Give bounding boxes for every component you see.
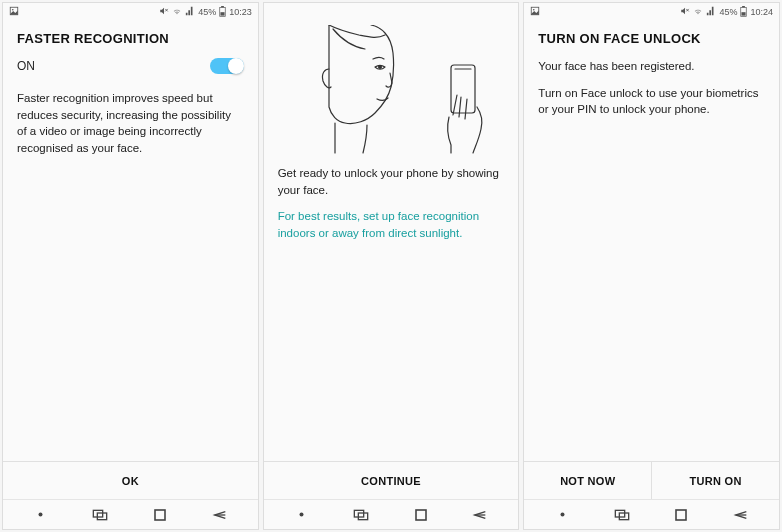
back-icon[interactable]: [469, 504, 491, 526]
image-icon: [530, 6, 540, 18]
navigation-bar: [264, 499, 519, 529]
wifi-icon: [693, 6, 703, 18]
page-title: FASTER RECOGNITION: [17, 31, 244, 46]
mute-icon: [680, 6, 690, 18]
signal-icon: [706, 6, 716, 18]
wifi-icon: [172, 6, 182, 18]
toggle-knob: [228, 58, 244, 74]
instruction-text: Get ready to unlock your phone by showin…: [278, 165, 505, 198]
toggle-row: ON: [17, 58, 244, 74]
svg-point-7: [39, 513, 43, 517]
description-text: Faster recognition improves speed but re…: [17, 90, 244, 157]
bottom-bar: NOT NOW TURN ON: [524, 461, 779, 499]
svg-point-12: [379, 66, 382, 69]
content-area: Get ready to unlock your phone by showin…: [264, 21, 519, 461]
svg-rect-30: [676, 510, 686, 520]
navigation-bar: [524, 499, 779, 529]
svg-rect-25: [743, 6, 746, 7]
content-area: TURN ON FACE UNLOCK Your face has been r…: [524, 21, 779, 461]
svg-point-15: [300, 513, 304, 517]
navigation-bar: [3, 499, 258, 529]
svg-rect-5: [221, 6, 224, 7]
battery-text: 45%: [719, 7, 737, 17]
screen-turn-on-face-unlock: 45% 10:24 TURN ON FACE UNLOCK Your face …: [523, 2, 780, 530]
statusbar: 45% 10:23: [3, 3, 258, 21]
ok-button[interactable]: OK: [3, 462, 258, 499]
mute-icon: [159, 6, 169, 18]
screen-faster-recognition: 45% 10:23 FASTER RECOGNITION ON Faster r…: [2, 2, 259, 530]
svg-rect-18: [416, 510, 426, 520]
home-icon[interactable]: [149, 504, 171, 526]
time-text: 10:23: [229, 7, 252, 17]
statusbar: [264, 3, 519, 21]
explain-text: Turn on Face unlock to use your biometri…: [538, 85, 765, 118]
content-area: FASTER RECOGNITION ON Faster recognition…: [3, 21, 258, 461]
back-icon[interactable]: [209, 504, 231, 526]
battery-icon: [740, 6, 747, 19]
image-icon: [9, 6, 19, 18]
nav-dot-icon[interactable]: [30, 504, 52, 526]
tip-text: For best results, set up face recognitio…: [278, 208, 505, 241]
svg-rect-6: [221, 12, 225, 15]
recents-icon[interactable]: [89, 504, 111, 526]
svg-rect-26: [742, 12, 746, 15]
back-icon[interactable]: [730, 504, 752, 526]
continue-button[interactable]: CONTINUE: [264, 462, 519, 499]
svg-point-27: [560, 513, 564, 517]
nav-dot-icon[interactable]: [551, 504, 573, 526]
svg-rect-10: [155, 510, 165, 520]
statusbar: 45% 10:24: [524, 3, 779, 21]
page-title: TURN ON FACE UNLOCK: [538, 31, 765, 46]
svg-point-21: [533, 9, 535, 11]
signal-icon: [185, 6, 195, 18]
toggle-switch[interactable]: [210, 58, 244, 74]
home-icon[interactable]: [410, 504, 432, 526]
svg-point-1: [12, 9, 14, 11]
screen-face-setup: Get ready to unlock your phone by showin…: [263, 2, 520, 530]
bottom-bar: CONTINUE: [264, 461, 519, 499]
battery-icon: [219, 6, 226, 19]
battery-text: 45%: [198, 7, 216, 17]
recents-icon[interactable]: [611, 504, 633, 526]
toggle-label: ON: [17, 59, 35, 73]
not-now-button[interactable]: NOT NOW: [524, 462, 651, 499]
registered-text: Your face has been registered.: [538, 58, 765, 75]
home-icon[interactable]: [670, 504, 692, 526]
face-illustration: [278, 25, 505, 155]
time-text: 10:24: [750, 7, 773, 17]
recents-icon[interactable]: [350, 504, 372, 526]
turn-on-button[interactable]: TURN ON: [651, 462, 779, 499]
bottom-bar: OK: [3, 461, 258, 499]
nav-dot-icon[interactable]: [291, 504, 313, 526]
